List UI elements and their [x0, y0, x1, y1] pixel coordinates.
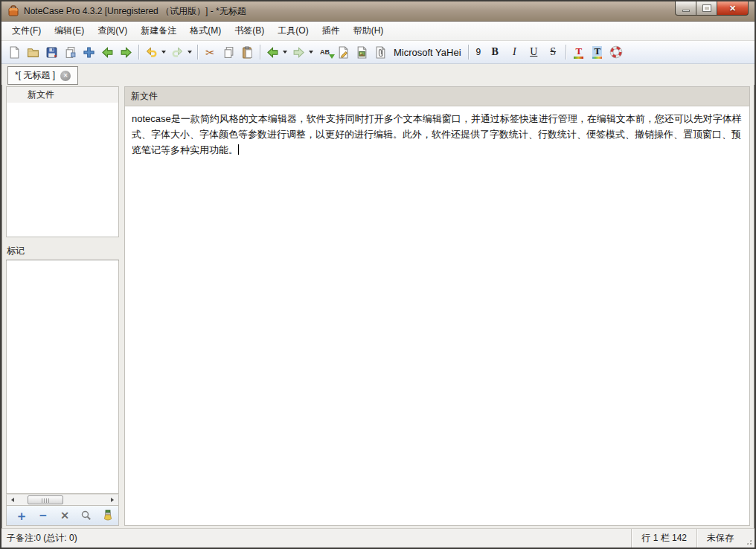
editor-panel: 新文件 notecase是一款简约风格的文本编辑器，软件支持同时打开多个文本编辑… [124, 86, 750, 526]
magnifier-icon [80, 510, 92, 521]
strikethrough-button[interactable]: S [543, 43, 563, 61]
undo-dropdown-caret[interactable] [161, 51, 166, 54]
insert-image-button[interactable] [353, 43, 371, 62]
document-paperclip-icon [374, 46, 387, 59]
minimize-button[interactable] [675, 1, 696, 16]
open-folder-icon [27, 46, 39, 59]
menu-format[interactable]: 格式(M) [183, 22, 228, 40]
toolbar-separator [138, 45, 139, 60]
close-button[interactable]: ✕ [717, 1, 749, 16]
status-line-column: 行 1 栏 142 [631, 529, 696, 548]
resize-grip-icon [746, 539, 752, 545]
minimize-icon [682, 10, 690, 12]
navigate-forward-button[interactable] [289, 43, 308, 62]
toolbar-separator [468, 45, 469, 60]
font-size-select[interactable]: 9 [472, 47, 486, 57]
toolbar-separator [260, 45, 260, 60]
navigate-back-dropdown-caret[interactable] [283, 51, 287, 54]
maximize-icon [703, 5, 711, 11]
add-note-action-button[interactable]: ＋ [15, 509, 28, 522]
redo-icon [171, 46, 184, 59]
menu-file[interactable]: 文件(F) [5, 22, 48, 40]
toolbar-separator [566, 45, 566, 60]
status-save-state: 未保存 [696, 529, 743, 548]
menu-new-note[interactable]: 新建备注 [134, 22, 183, 40]
plus-icon [83, 46, 95, 59]
toolbar-separator [197, 45, 198, 60]
arrow-left-icon [101, 46, 114, 59]
format-brush-button[interactable] [101, 509, 115, 522]
font-family-select[interactable]: Microsoft YaHei [390, 47, 465, 58]
add-note-button[interactable] [80, 43, 98, 62]
tab-label: *[ 无标题 ] [15, 69, 55, 82]
window-title: NoteCase Pro 4.3.2 [Unregistered （试用版）] … [24, 5, 246, 18]
duplicate-pages-icon [64, 46, 77, 59]
scroll-left-icon [11, 498, 14, 502]
maximize-button[interactable] [696, 1, 717, 16]
link-note-button[interactable] [334, 43, 353, 62]
duplicate-note-button[interactable] [61, 43, 80, 62]
x-icon: ✕ [60, 510, 69, 521]
menu-edit[interactable]: 编辑(E) [48, 22, 91, 40]
menu-view[interactable]: 查阅(V) [91, 22, 134, 40]
tree-item-new-file[interactable]: 新文件 [7, 87, 118, 103]
copy-button[interactable] [220, 43, 238, 62]
copy-pages-icon [222, 46, 235, 59]
navigate-back-button[interactable] [263, 43, 282, 62]
cut-button[interactable]: ✂ [201, 43, 220, 62]
app-window: NoteCase Pro 4.3.2 [Unregistered （试用版）] … [0, 0, 756, 549]
lifesaver-icon [609, 45, 623, 59]
underline-button[interactable]: U [524, 43, 543, 61]
redo-dropdown-caret[interactable] [188, 51, 192, 54]
text-color-button[interactable]: T [569, 43, 588, 62]
go-back-button[interactable] [98, 43, 117, 62]
bold-button[interactable]: B [485, 43, 504, 61]
new-note-button[interactable] [5, 43, 24, 62]
menu-bar: 文件(F) 编辑(E) 查阅(V) 新建备注 格式(M) 书签(B) 工具(O)… [1, 22, 755, 41]
scroll-right-icon [111, 498, 114, 502]
scroll-left-button[interactable] [7, 495, 19, 505]
delete-note-action-button[interactable]: ✕ [58, 509, 71, 522]
attach-file-button[interactable] [371, 43, 390, 62]
spell-check-button[interactable]: AB [315, 43, 334, 62]
note-text: notecase是一款简约风格的文本编辑器，软件支持同时打开多个文本编辑窗口，并… [132, 113, 742, 155]
undo-button[interactable] [142, 43, 161, 62]
sidebar: 新文件 标记 ＋ − ✕ [6, 86, 119, 526]
tab-close-button[interactable]: ✕ [60, 71, 71, 81]
tree-horizontal-scrollbar[interactable] [6, 494, 119, 506]
search-notes-button[interactable] [80, 509, 93, 522]
resize-grip[interactable] [743, 529, 755, 548]
save-button[interactable] [42, 43, 61, 62]
document-pen-icon [337, 46, 350, 59]
menu-help[interactable]: 帮助(H) [347, 22, 391, 40]
brush-icon [102, 510, 114, 521]
open-file-button[interactable] [24, 43, 42, 62]
menu-tools[interactable]: 工具(O) [271, 22, 315, 40]
redo-button[interactable] [168, 43, 187, 62]
paste-button[interactable] [238, 43, 257, 62]
scroll-right-button[interactable] [106, 495, 118, 505]
highlight-color-button[interactable]: T [588, 43, 606, 62]
note-text-area[interactable]: notecase是一款简约风格的文本编辑器，软件支持同时打开多个文本编辑窗口，并… [125, 106, 749, 525]
navigate-forward-dropdown-caret[interactable] [309, 51, 313, 54]
tags-panel[interactable] [6, 260, 119, 494]
nav-arrow-left-icon [266, 46, 279, 59]
status-note-count: 子备注:0 (总计: 0) [1, 529, 631, 548]
scrollbar-thumb[interactable] [28, 495, 63, 504]
note-tree-panel[interactable]: 新文件 [6, 86, 119, 237]
nav-arrow-right-icon [292, 46, 305, 59]
main-area: 新文件 标记 ＋ − ✕ [1, 85, 755, 528]
note-title-bar: 新文件 [125, 87, 749, 106]
menu-plugins[interactable]: 插件 [315, 22, 347, 40]
save-floppy-icon [45, 46, 58, 59]
remove-formatting-button[interactable] [606, 43, 625, 62]
scissors-icon: ✂ [205, 47, 215, 58]
scrollbar-track[interactable] [19, 495, 106, 505]
tab-untitled[interactable]: *[ 无标题 ] ✕ [7, 66, 78, 85]
italic-button[interactable]: I [504, 43, 524, 61]
go-forward-button[interactable] [117, 43, 135, 62]
menu-bookmarks[interactable]: 书签(B) [228, 22, 271, 40]
titlebar[interactable]: NoteCase Pro 4.3.2 [Unregistered （试用版）] … [1, 1, 755, 22]
remove-note-action-button[interactable]: − [36, 509, 50, 522]
minus-icon: − [39, 510, 47, 522]
